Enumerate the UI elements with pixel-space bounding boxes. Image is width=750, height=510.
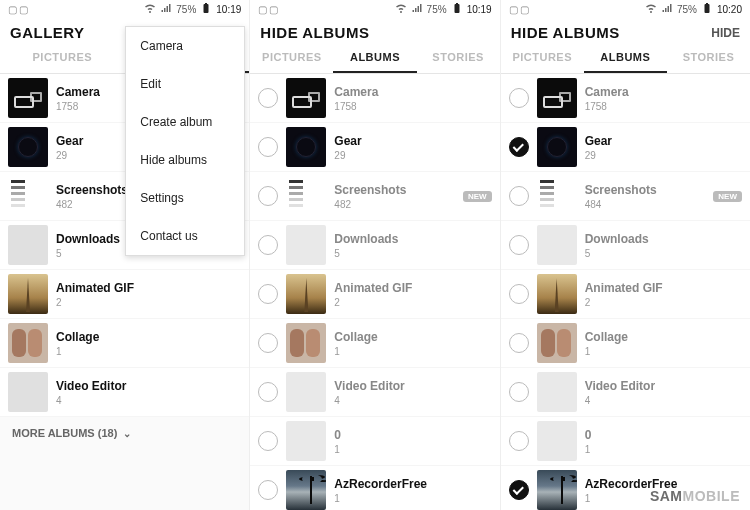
tab-stories[interactable]: STORIES: [667, 43, 750, 73]
album-thumbnail: [286, 127, 326, 167]
status-bar: ▢ ▢ 75% 10:19: [250, 0, 499, 18]
tab-pictures[interactable]: PICTURES: [501, 43, 584, 73]
album-row[interactable]: Gear29: [250, 123, 499, 172]
menu-item[interactable]: Contact us: [126, 217, 244, 255]
album-thumbnail: [8, 127, 48, 167]
album-row[interactable]: Animated GIF2: [0, 270, 249, 319]
select-checkbox[interactable]: [258, 480, 278, 500]
battery-text: 75%: [427, 4, 447, 15]
album-row[interactable]: Animated GIF2: [501, 270, 750, 319]
album-row[interactable]: Downloads5: [501, 221, 750, 270]
status-bar: ▢ ▢ 75% 10:19: [0, 0, 249, 18]
menu-item[interactable]: Settings: [126, 179, 244, 217]
more-albums-label: MORE ALBUMS (18): [12, 427, 117, 439]
album-thumbnail: [537, 78, 577, 118]
album-count: 484: [585, 199, 706, 210]
album-name: 0: [334, 428, 491, 442]
chevron-down-icon: ⌄: [123, 428, 131, 439]
tab-albums[interactable]: ALBUMS: [333, 43, 416, 73]
select-checkbox[interactable]: [509, 186, 529, 206]
album-name: Animated GIF: [585, 281, 742, 295]
album-thumbnail: [286, 225, 326, 265]
album-thumbnail: [537, 470, 577, 510]
album-name: Animated GIF: [56, 281, 241, 295]
wifi-icon: [395, 2, 407, 16]
album-name: Collage: [56, 330, 241, 344]
album-row[interactable]: 01: [250, 417, 499, 466]
status-bar: ▢ ▢ 75% 10:20: [501, 0, 750, 18]
album-count: 482: [334, 199, 455, 210]
hide-button[interactable]: HIDE: [711, 26, 740, 40]
album-name: Video Editor: [334, 379, 491, 393]
album-name: Collage: [334, 330, 491, 344]
select-checkbox[interactable]: [509, 480, 529, 500]
panel-hide-albums: ▢ ▢ 75% 10:19 HIDE ALBUMS PICTURES ALBUM…: [250, 0, 500, 510]
tab-pictures[interactable]: PICTURES: [250, 43, 333, 73]
album-thumbnail: [286, 372, 326, 412]
screenshot-icon: ▢: [520, 4, 529, 15]
album-row[interactable]: Downloads5: [250, 221, 499, 270]
album-count: 4: [585, 395, 742, 406]
select-checkbox[interactable]: [258, 88, 278, 108]
album-name: AzRecorderFree: [334, 477, 491, 491]
album-thumbnail: [537, 372, 577, 412]
signal-icon: [411, 2, 423, 16]
album-count: 1: [334, 346, 491, 357]
album-count: 2: [56, 297, 241, 308]
menu-item[interactable]: Edit: [126, 65, 244, 103]
battery-icon: [451, 2, 463, 16]
album-name: Collage: [585, 330, 742, 344]
album-count: 5: [334, 248, 491, 259]
album-row[interactable]: Collage1: [250, 319, 499, 368]
album-row[interactable]: Animated GIF2: [250, 270, 499, 319]
album-row[interactable]: AzRecorderFree1: [250, 466, 499, 510]
album-row[interactable]: Video Editor4: [501, 368, 750, 417]
more-albums-button[interactable]: MORE ALBUMS (18) ⌄: [0, 417, 249, 449]
album-row[interactable]: 01: [501, 417, 750, 466]
select-checkbox[interactable]: [258, 431, 278, 451]
album-row[interactable]: Video Editor4: [250, 368, 499, 417]
select-checkbox[interactable]: [509, 284, 529, 304]
select-checkbox[interactable]: [258, 235, 278, 255]
menu-item[interactable]: Camera: [126, 27, 244, 65]
album-row[interactable]: Collage1: [0, 319, 249, 368]
new-badge: NEW: [463, 191, 492, 202]
signal-icon: [661, 2, 673, 16]
select-checkbox[interactable]: [509, 137, 529, 157]
album-count: 1758: [585, 101, 742, 112]
menu-item[interactable]: Hide albums: [126, 141, 244, 179]
album-thumbnail: [8, 274, 48, 314]
album-name: Camera: [334, 85, 491, 99]
album-row[interactable]: Screenshots482NEW: [250, 172, 499, 221]
tabs: PICTURES ALBUMS STORIES: [501, 43, 750, 74]
album-row[interactable]: Screenshots484NEW: [501, 172, 750, 221]
page-title: HIDE ALBUMS: [511, 24, 620, 41]
select-checkbox[interactable]: [509, 431, 529, 451]
select-checkbox[interactable]: [509, 382, 529, 402]
clock-text: 10:19: [467, 4, 492, 15]
select-checkbox[interactable]: [258, 186, 278, 206]
select-checkbox[interactable]: [258, 382, 278, 402]
tab-pictures[interactable]: PICTURES: [0, 43, 125, 73]
menu-item[interactable]: Create album: [126, 103, 244, 141]
page-title: GALLERY: [10, 24, 85, 41]
select-checkbox[interactable]: [509, 333, 529, 353]
select-checkbox[interactable]: [258, 333, 278, 353]
select-checkbox[interactable]: [258, 137, 278, 157]
album-row[interactable]: Video Editor4: [0, 368, 249, 417]
album-row[interactable]: Gear29: [501, 123, 750, 172]
album-count: 1758: [334, 101, 491, 112]
tab-stories[interactable]: STORIES: [417, 43, 500, 73]
album-row[interactable]: Camera1758: [250, 74, 499, 123]
select-checkbox[interactable]: [509, 235, 529, 255]
select-checkbox[interactable]: [509, 88, 529, 108]
album-name: Screenshots: [334, 183, 455, 197]
album-row[interactable]: Camera1758: [501, 74, 750, 123]
album-row[interactable]: Collage1: [501, 319, 750, 368]
tab-albums[interactable]: ALBUMS: [584, 43, 667, 73]
album-name: Screenshots: [585, 183, 706, 197]
album-name: Video Editor: [56, 379, 241, 393]
select-checkbox[interactable]: [258, 284, 278, 304]
battery-text: 75%: [176, 4, 196, 15]
album-name: 0: [585, 428, 742, 442]
